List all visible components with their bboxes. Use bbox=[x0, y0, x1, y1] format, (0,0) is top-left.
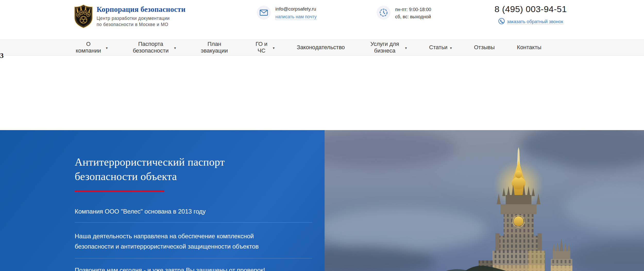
nav-item-7[interactable]: Статьи▾ bbox=[429, 44, 452, 51]
phone-block: 8 (495) 003-94-51 заказать обратный звон… bbox=[484, 4, 577, 26]
working-hours-block: пн-пт: 9:00-18:00 сб, вс: выходной bbox=[377, 6, 431, 21]
chevron-down-icon: ▾ bbox=[174, 45, 176, 50]
nav-item-3[interactable]: План эвакуации bbox=[198, 41, 231, 54]
callback-label: заказать обратный звонок bbox=[507, 19, 563, 25]
nav-item-5[interactable]: Законодательство bbox=[297, 44, 345, 51]
nav-item-label: Статьи bbox=[429, 44, 447, 51]
tagline-line-1: Центр разработки документации bbox=[97, 15, 185, 21]
tagline-line-2: по безопасности в Москве и МО bbox=[97, 21, 185, 28]
hero-paragraph-2: Наша деятельность направлена на обеспече… bbox=[75, 231, 292, 252]
nav-item-label: Услуги для бизнеса bbox=[367, 41, 403, 54]
company-tagline: Центр разработки документации по безопас… bbox=[97, 15, 185, 28]
hero-title: Антитеррористический паспорт безопасност… bbox=[75, 155, 225, 184]
nav-item-label: О компании bbox=[73, 41, 103, 54]
phone-number: 8 (495) 003-94-51 bbox=[484, 4, 577, 14]
nav-item-label: Законодательство bbox=[297, 44, 345, 51]
nav-item-label: План эвакуации bbox=[198, 41, 231, 54]
clock-icon bbox=[377, 6, 391, 20]
hero-paragraph-1: Компания ООО "Велес" основана в 2013 год… bbox=[75, 206, 206, 217]
nav-item-4[interactable]: ГО и ЧС▾ bbox=[253, 41, 275, 54]
hours-weekdays: пн-пт: 9:00-18:00 bbox=[395, 6, 431, 13]
email-contact-block: info@corpsafety.ru написать нам почту bbox=[257, 6, 317, 20]
hero-paragraph-3: Позвоните нам сегодня - и уже завтра Вы … bbox=[75, 265, 265, 271]
nav-item-1[interactable]: О компании▾ bbox=[73, 41, 108, 54]
site-header: Корпорация безопасности Центр разработки… bbox=[0, 0, 644, 39]
nav-item-label: Отзывы bbox=[474, 44, 495, 51]
chevron-down-icon: ▾ bbox=[450, 45, 452, 50]
red-divider-bar bbox=[75, 190, 164, 192]
hero-blue-panel: Антитеррористический паспорт безопасност… bbox=[0, 130, 325, 271]
nav-item-6[interactable]: Услуги для бизнеса▾ bbox=[367, 41, 407, 54]
email-address: info@corpsafety.ru bbox=[275, 6, 317, 12]
shield-paw-logo-icon bbox=[73, 25, 94, 29]
hero-title-line-1: Антитеррористический паспорт bbox=[75, 155, 225, 169]
callback-link[interactable]: заказать обратный звонок bbox=[498, 18, 563, 26]
page: Корпорация безопасности Центр разработки… bbox=[0, 0, 644, 271]
hero-section: Антитеррористический паспорт безопасност… bbox=[0, 130, 644, 271]
nav-item-2[interactable]: Паспорта безопасности▾ bbox=[130, 41, 176, 54]
nav-item-9[interactable]: Контакты bbox=[517, 44, 541, 51]
nav-item-label: Паспорта безопасности bbox=[130, 41, 172, 54]
company-logo[interactable] bbox=[73, 4, 94, 29]
nav-item-label: Контакты bbox=[517, 44, 541, 51]
building-photo bbox=[325, 130, 644, 271]
chevron-down-icon: ▾ bbox=[273, 45, 275, 50]
main-nav-list: О компании▾Паспорта безопасности▾План эв… bbox=[0, 39, 644, 55]
brand-text: Корпорация безопасности Центр разработки… bbox=[97, 5, 185, 28]
hours-weekend: сб, вс: выходной bbox=[395, 13, 431, 21]
envelope-icon bbox=[257, 6, 271, 20]
hero-separator-1 bbox=[75, 222, 312, 223]
company-name: Корпорация безопасности bbox=[97, 5, 185, 14]
main-nav: О компании▾Паспорта безопасности▾План эв… bbox=[0, 39, 644, 56]
chevron-down-icon: ▾ bbox=[106, 45, 108, 50]
chevron-down-icon: ▾ bbox=[405, 45, 407, 50]
hero-separator-2 bbox=[75, 258, 312, 258]
nav-item-8[interactable]: Отзывы bbox=[474, 44, 495, 51]
write-email-link[interactable]: написать нам почту bbox=[275, 14, 317, 20]
nav-item-label: ГО и ЧС bbox=[253, 41, 270, 54]
phone-circle-icon bbox=[498, 18, 505, 26]
clipped-edge-text: 33 bbox=[0, 52, 4, 60]
hero-title-line-2: безопасности объекта bbox=[75, 169, 225, 184]
